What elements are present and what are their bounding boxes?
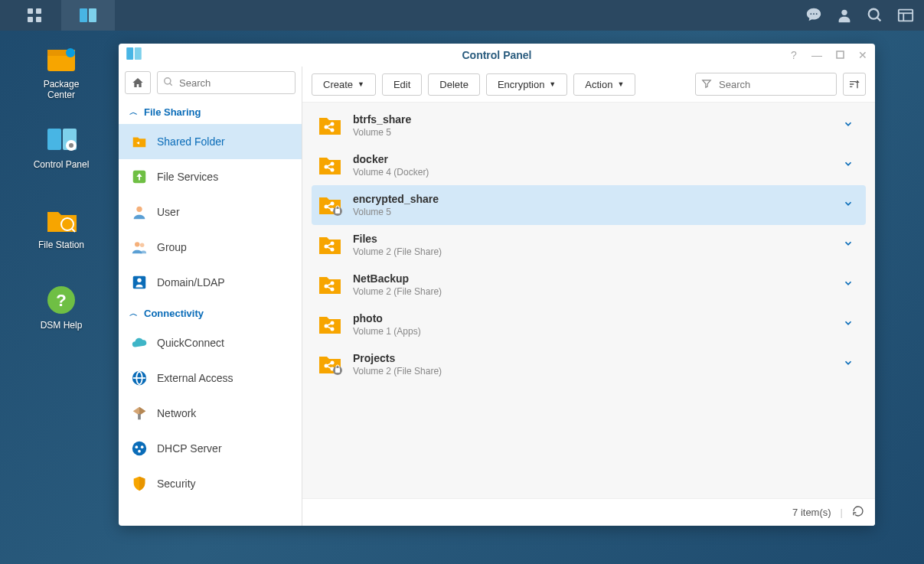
nav-item-dhcp-server[interactable]: DHCP Server [119,431,302,466]
cloud-icon [131,334,148,351]
section-header-connectivity[interactable]: ︿Connectivity [119,300,302,325]
folder-name: encrypted_share [353,193,826,205]
close-button[interactable]: ✕ [857,49,869,61]
expand-button[interactable] [837,278,860,292]
folder-row[interactable]: FilesVolume 2 (File Share) [312,225,866,265]
chevron-down-icon [843,278,854,289]
folder-row[interactable]: dockerVolume 4 (Docker) [312,145,866,185]
folder-row[interactable]: NetBackupVolume 2 (File Share) [312,265,866,305]
minimize-button[interactable]: — [811,49,823,61]
nav-item-group[interactable]: Group [119,230,302,265]
nav-item-label: Domain/LDAP [157,276,225,289]
nav-item-user[interactable]: User [119,194,302,230]
svg-point-34 [140,243,145,248]
svg-point-6 [810,13,811,15]
maximize-button[interactable] [834,49,846,61]
folder-share-icon [131,133,148,150]
shield-icon [131,475,148,492]
toolbar: Create▼ Edit Delete Encryption▼ Action▼ [302,67,875,103]
nav-item-file-services[interactable]: File Services [119,159,302,194]
taskbar-apps-button[interactable] [8,0,61,31]
folder-name: btrfs_share [353,113,826,126]
home-icon [132,77,144,89]
control-panel-window: Control Panel ? — ✕ ︿File SharingShared … [119,44,875,526]
refresh-button[interactable] [852,505,864,520]
sort-button[interactable] [843,73,866,96]
shared-folder-icon [318,234,342,256]
folder-row[interactable]: encrypted_shareVolume 5 [312,185,866,225]
desktop-icon-control[interactable]: Control Panel [31,122,92,170]
edit-button[interactable]: Edit [382,73,422,96]
svg-text:?: ? [56,291,66,310]
nav-item-security[interactable]: Security [119,466,302,501]
action-button[interactable]: Action▼ [573,73,635,96]
svg-rect-83 [335,368,340,373]
chat-icon[interactable] [803,5,824,26]
svg-point-43 [141,445,144,448]
expand-button[interactable] [837,119,860,132]
desktop-icon-label: PackageCenter [31,79,92,100]
svg-rect-27 [135,47,142,60]
user-icon[interactable] [834,5,855,26]
expand-button[interactable] [837,318,860,331]
svg-rect-4 [80,8,87,22]
window-title: Control Panel [462,49,531,61]
create-button[interactable]: Create▼ [312,73,376,96]
desktop-icon-file[interactable]: File Station [31,203,92,250]
nav-item-shared-folder[interactable]: Shared Folder [119,124,302,159]
sidebar-search-input[interactable] [157,71,295,94]
svg-point-21 [69,143,73,148]
shared-folder-icon [318,274,342,295]
folder-location: Volume 5 [353,127,826,138]
svg-rect-3 [36,17,41,22]
folder-location: Volume 4 (Docker) [353,167,826,178]
nav-item-quickconnect[interactable]: QuickConnect [119,325,302,360]
svg-point-29 [165,78,171,84]
help-button[interactable]: ? [788,49,800,61]
nav-item-label: Shared Folder [157,135,225,148]
folder-row[interactable]: ProjectsVolume 2 (File Share) [312,344,866,384]
folder-location: Volume 2 (File Share) [353,286,826,297]
svg-rect-61 [335,209,340,214]
expand-button[interactable] [837,238,860,252]
folder-location: Volume 2 (File Share) [353,366,826,377]
home-button[interactable] [125,71,151,94]
nav-item-label: DHCP Server [157,442,222,455]
shared-folder-icon [318,115,342,136]
svg-rect-2 [28,17,33,22]
folder-location: Volume 5 [353,207,826,217]
expand-button[interactable] [837,357,860,371]
folder-row[interactable]: btrfs_shareVolume 5 [312,106,866,145]
chevron-up-icon: ︿ [129,308,138,319]
expand-button[interactable] [837,198,860,212]
chevron-down-icon [843,238,854,249]
window-titlebar[interactable]: Control Panel ? — ✕ [119,44,875,67]
svg-line-11 [877,18,881,21]
control-icon [44,122,78,156]
search-icon[interactable] [864,5,886,26]
svg-rect-18 [47,129,61,150]
folder-row[interactable]: photoVolume 1 (Apps) [312,305,866,344]
nav-item-network[interactable]: Network [119,396,302,431]
svg-point-10 [869,9,879,19]
control-panel-icon [80,8,96,22]
delete-button[interactable]: Delete [428,73,480,96]
help-icon: ? [44,283,78,317]
desktop-icon-package[interactable]: PackageCenter [31,42,92,100]
svg-point-7 [813,13,815,15]
taskbar-control-panel[interactable] [61,0,115,31]
svg-point-36 [137,279,142,283]
nav-item-domain-ldap[interactable]: Domain/LDAP [119,265,302,300]
chevron-down-icon [843,198,854,209]
section-header-file-sharing[interactable]: ︿File Sharing [119,99,302,124]
desktop-icon-help[interactable]: ?DSM Help [31,283,92,331]
expand-button[interactable] [837,158,860,172]
caret-down-icon: ▼ [549,80,556,88]
main-panel: Create▼ Edit Delete Encryption▼ Action▼ … [302,67,875,526]
nav-item-external-access[interactable]: External Access [119,360,302,396]
encryption-button[interactable]: Encryption▼ [486,73,567,96]
filter-icon [701,78,712,92]
toolbar-search-input[interactable] [695,73,837,96]
widgets-icon[interactable] [895,5,916,26]
taskbar-left [8,0,115,31]
